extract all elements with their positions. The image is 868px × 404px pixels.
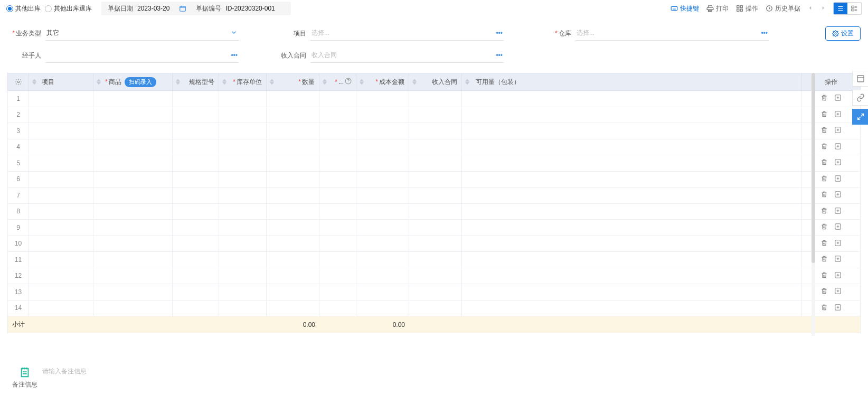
delete-row-button[interactable] — [820, 304, 828, 313]
cell-tiny[interactable] — [319, 155, 356, 171]
cell-spec[interactable] — [173, 187, 219, 203]
config-column-button[interactable] — [8, 73, 29, 90]
cell-avail[interactable] — [462, 236, 802, 252]
cell-qty[interactable] — [267, 284, 319, 300]
table-row[interactable]: 9 — [8, 220, 860, 236]
col-unit[interactable]: *库存单位 — [219, 73, 267, 90]
cell-contract[interactable] — [409, 268, 462, 284]
delete-row-button[interactable] — [820, 255, 828, 264]
cell-unit[interactable] — [219, 252, 267, 268]
cell-project[interactable] — [29, 123, 93, 139]
delete-row-button[interactable] — [820, 94, 828, 103]
cell-product[interactable] — [93, 91, 173, 107]
cell-cost[interactable] — [356, 91, 409, 107]
cell-project[interactable] — [29, 220, 93, 236]
cell-contract[interactable] — [409, 252, 462, 268]
cell-cost[interactable] — [356, 284, 409, 300]
cell-spec[interactable] — [173, 155, 219, 171]
cell-product[interactable] — [93, 220, 173, 236]
dock-item-3[interactable] — [852, 109, 868, 125]
table-row[interactable]: 14 — [8, 300, 860, 317]
scrollbar-thumb[interactable] — [812, 73, 815, 263]
cell-tiny[interactable] — [319, 187, 356, 203]
cell-cost[interactable] — [356, 123, 409, 139]
cell-contract[interactable] — [409, 220, 462, 236]
cell-qty[interactable] — [267, 300, 319, 316]
add-row-button[interactable] — [834, 207, 842, 216]
add-row-button[interactable] — [834, 143, 842, 152]
scan-input-button[interactable]: 扫码录入 — [125, 77, 156, 87]
add-row-button[interactable] — [834, 158, 842, 167]
cell-qty[interactable] — [267, 252, 319, 268]
cell-tiny[interactable] — [319, 172, 356, 187]
view-list-button[interactable] — [834, 3, 847, 14]
cell-avail[interactable] — [462, 91, 802, 107]
delete-row-button[interactable] — [820, 207, 828, 216]
cell-product[interactable] — [93, 155, 173, 171]
cell-product[interactable] — [93, 236, 173, 252]
cell-cost[interactable] — [356, 300, 409, 316]
cell-project[interactable] — [29, 155, 93, 171]
cell-avail[interactable] — [462, 139, 802, 155]
cell-qty[interactable] — [267, 268, 319, 284]
col-tiny[interactable]: *... — [319, 73, 356, 90]
cell-unit[interactable] — [219, 107, 267, 123]
add-row-button[interactable] — [834, 304, 842, 313]
table-row[interactable]: 11 — [8, 252, 860, 268]
cell-project[interactable] — [29, 187, 93, 203]
remark-tab[interactable]: 备注信息 — [7, 367, 42, 389]
project-select[interactable]: 选择... ••• — [310, 26, 504, 41]
cell-product[interactable] — [93, 204, 173, 220]
cell-cost[interactable] — [356, 268, 409, 284]
cell-avail[interactable] — [462, 268, 802, 284]
cell-tiny[interactable] — [319, 300, 356, 316]
add-row-button[interactable] — [834, 191, 842, 200]
cell-contract[interactable] — [409, 107, 462, 123]
cell-qty[interactable] — [267, 236, 319, 252]
cell-tiny[interactable] — [319, 284, 356, 300]
table-row[interactable]: 8 — [8, 204, 860, 220]
cell-spec[interactable] — [173, 91, 219, 107]
shortcut-button[interactable]: 快捷键 — [671, 4, 699, 13]
cell-avail[interactable] — [462, 107, 802, 123]
add-row-button[interactable] — [834, 223, 842, 232]
add-row-button[interactable] — [834, 271, 842, 280]
cell-product[interactable] — [93, 139, 173, 155]
cell-product[interactable] — [93, 172, 173, 187]
add-row-button[interactable] — [834, 175, 842, 184]
delete-row-button[interactable] — [820, 158, 828, 167]
help-icon[interactable] — [345, 78, 352, 86]
cell-unit[interactable] — [219, 284, 267, 300]
radio-other-out-return[interactable]: 其他出库退库 — [45, 4, 92, 13]
cell-project[interactable] — [29, 268, 93, 284]
cell-product[interactable] — [93, 268, 173, 284]
cell-contract[interactable] — [409, 300, 462, 316]
table-row[interactable]: 12 — [8, 268, 860, 285]
delete-row-button[interactable] — [820, 287, 828, 296]
cell-cost[interactable] — [356, 107, 409, 123]
cell-cost[interactable] — [356, 236, 409, 252]
cell-spec[interactable] — [173, 220, 219, 236]
delete-row-button[interactable] — [820, 239, 828, 248]
handler-select[interactable]: ••• — [45, 48, 239, 63]
cell-unit[interactable] — [219, 187, 267, 203]
cell-qty[interactable] — [267, 107, 319, 123]
table-row[interactable]: 2 — [8, 107, 860, 124]
cell-tiny[interactable] — [319, 107, 356, 123]
cell-qty[interactable] — [267, 91, 319, 107]
cell-avail[interactable] — [462, 252, 802, 268]
cell-avail[interactable] — [462, 300, 802, 316]
add-row-button[interactable] — [834, 239, 842, 248]
cell-avail[interactable] — [462, 204, 802, 220]
cell-unit[interactable] — [219, 123, 267, 139]
table-row[interactable]: 4 — [8, 139, 860, 156]
next-doc-button[interactable] — [820, 5, 826, 13]
cell-cost[interactable] — [356, 220, 409, 236]
view-card-button[interactable] — [847, 3, 861, 14]
cell-unit[interactable] — [219, 91, 267, 107]
dock-item-1[interactable] — [852, 71, 868, 87]
table-row[interactable]: 5 — [8, 155, 860, 172]
cell-project[interactable] — [29, 139, 93, 155]
cell-spec[interactable] — [173, 268, 219, 284]
action-button[interactable]: 操作 — [736, 4, 758, 13]
